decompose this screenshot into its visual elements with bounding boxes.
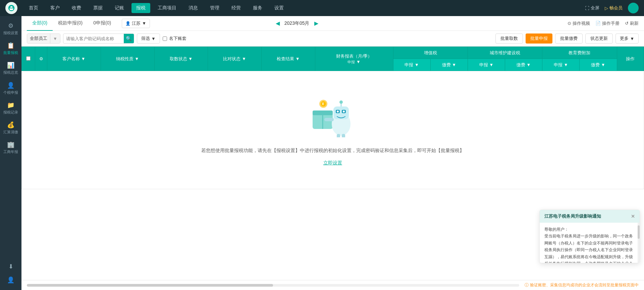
nav-tax[interactable]: 报税 bbox=[131, 3, 150, 13]
subordinate-accounts-label: 名下账套 bbox=[169, 35, 186, 42]
sidebar-label-tax-record: 报税记录 bbox=[3, 110, 18, 115]
sidebar-item-annual-report[interactable]: 🏢 工商年报 bbox=[0, 138, 21, 157]
table-subheader-edu-report: 申报 ▼ bbox=[542, 59, 580, 71]
fullscreen-button[interactable]: ⛶ 全屏 bbox=[585, 5, 599, 11]
sidebar-item-personal-tax[interactable]: 👤 个税申报 bbox=[0, 78, 21, 98]
prev-month-button[interactable]: ◀ bbox=[274, 19, 282, 27]
nav-bookkeeping[interactable]: 记账 bbox=[110, 3, 129, 13]
employee-selector[interactable]: 全部员工 ▼ bbox=[27, 33, 60, 44]
sidebar-label-batch-tax: 批量报税 bbox=[3, 51, 18, 55]
sidebar-bottom: ⬇ 👤 bbox=[5, 261, 17, 290]
batch-pay-button[interactable]: 批量缴费 bbox=[555, 33, 583, 44]
more-icon: ▼ bbox=[630, 36, 634, 41]
filter-button[interactable]: 筛选 ▼ bbox=[137, 33, 160, 44]
nav-message[interactable]: 消息 bbox=[184, 3, 203, 13]
nav-operations[interactable]: 经营 bbox=[227, 3, 246, 13]
table-header-tax-nature: 纳税性质 ▼ bbox=[101, 47, 154, 71]
batch-fetch-label: 批量取数 bbox=[500, 35, 518, 42]
tab-zero-report[interactable]: 0申报(0) bbox=[88, 16, 116, 31]
refresh-icon: ↺ bbox=[625, 21, 629, 26]
empty-state: ¥ bbox=[24, 74, 641, 186]
region-selector[interactable]: 👤 江苏 ▼ bbox=[122, 19, 150, 28]
notification-scrollbar[interactable] bbox=[638, 223, 640, 263]
member-icon: ▷ bbox=[605, 6, 608, 11]
sidebar-item-tax-settings[interactable]: ⚙ 报税设置 bbox=[0, 19, 21, 39]
sidebar-item-tax-record[interactable]: 📁 报税记录 bbox=[0, 98, 21, 118]
sidebar: ⚙ 报税设置 📋 批量报税 📊 报税总览 👤 个税申报 📁 报税记录 💰 汇算清… bbox=[0, 16, 21, 290]
nav-service[interactable]: 服务 bbox=[248, 3, 267, 13]
refresh-button[interactable]: ↺ 刷新 bbox=[625, 20, 639, 26]
filter-label: 筛选 bbox=[141, 35, 150, 42]
empty-state-cell: ¥ bbox=[22, 71, 644, 189]
manual-label: 操作手册 bbox=[602, 20, 620, 26]
robot-illustration: ¥ bbox=[309, 94, 356, 138]
subordinate-accounts-checkbox[interactable]: 名下账套 bbox=[163, 35, 186, 42]
sidebar-item-batch-tax[interactable]: 📋 批量报税 bbox=[0, 39, 21, 58]
user-avatar[interactable] bbox=[628, 3, 639, 13]
setup-link[interactable]: 立即设置 bbox=[323, 160, 342, 166]
operation-manual-button[interactable]: 📄 操作手册 bbox=[595, 20, 620, 26]
notification-close-button[interactable]: ✕ bbox=[631, 214, 635, 219]
download-button[interactable]: ⬇ bbox=[5, 261, 17, 273]
employee-label: 全部员工 bbox=[27, 34, 50, 43]
subordinate-checkbox-input[interactable] bbox=[163, 37, 167, 41]
nav-business[interactable]: 工商项目 bbox=[153, 3, 181, 13]
bottom-bar: ⓘ 验证账密、采集信息均成功的企业才会流转至批量报税页面中 bbox=[21, 280, 644, 290]
sidebar-item-settlement[interactable]: 💰 汇算清缴 bbox=[0, 118, 21, 138]
status-update-label: 状态更新 bbox=[590, 35, 608, 42]
next-month-button[interactable]: ▶ bbox=[312, 19, 320, 27]
video-icon: ⊙ bbox=[568, 21, 571, 26]
fullscreen-label: 全屏 bbox=[591, 5, 599, 11]
table-header-vat-group: 增值税 bbox=[393, 47, 468, 59]
batch-pay-label: 批量缴费 bbox=[560, 35, 578, 42]
table-subheader-edu-pay: 缴费 ▼ bbox=[580, 59, 617, 71]
svg-rect-16 bbox=[342, 134, 345, 137]
nav-home[interactable]: 首页 bbox=[24, 3, 43, 13]
notification-header: 江苏电子税务局升级影响通知 ✕ bbox=[540, 210, 640, 223]
tab-tax-report[interactable]: 税款申报(0) bbox=[53, 16, 88, 31]
app-logo[interactable] bbox=[5, 2, 17, 14]
select-all-checkbox[interactable] bbox=[26, 56, 31, 61]
nav-billing[interactable]: 收费 bbox=[67, 3, 86, 13]
sidebar-item-tax-overview[interactable]: 📊 报税总览 bbox=[0, 58, 21, 78]
notification-scrollbar-thumb bbox=[638, 225, 640, 239]
notification-body: 尊敬的用户： 受当前电子税务局进一步升级的影响，同一个政务网账号（办税人）名下的… bbox=[540, 223, 640, 263]
annual-report-icon: 🏢 bbox=[7, 141, 14, 148]
region-label: 江苏 bbox=[132, 20, 141, 26]
warning-text: ⓘ 验证账密、采集信息均成功的企业才会流转至批量报税页面中 bbox=[525, 282, 639, 288]
svg-rect-14 bbox=[324, 118, 334, 121]
search-button[interactable]: 🔍 bbox=[124, 33, 134, 44]
svg-text:¥: ¥ bbox=[322, 102, 324, 106]
nav-invoice[interactable]: 票据 bbox=[89, 3, 107, 13]
member-button[interactable]: ▷ 畅会员 bbox=[605, 5, 623, 11]
region-dropdown-icon: ▼ bbox=[142, 21, 146, 26]
table-header-financial-report: 财务报表（月/季） 申报 ▼ bbox=[315, 47, 393, 71]
svg-point-11 bbox=[343, 111, 345, 113]
more-button[interactable]: 更多 ▼ bbox=[615, 33, 639, 44]
sidebar-label-settlement: 汇算清缴 bbox=[3, 130, 18, 134]
user-profile-button[interactable]: 👤 bbox=[5, 274, 17, 286]
tax-record-icon: 📁 bbox=[7, 101, 14, 109]
scrollbar-thumb bbox=[27, 284, 273, 287]
nav-management[interactable]: 管理 bbox=[205, 3, 224, 13]
warning-icon: ⓘ bbox=[525, 282, 529, 288]
tax-overview-icon: 📊 bbox=[7, 62, 14, 69]
batch-tax-icon: 📋 bbox=[7, 42, 14, 49]
tab-all[interactable]: 全部(0) bbox=[27, 16, 53, 31]
more-label: 更多 bbox=[620, 35, 629, 42]
table-subheader-city-report: 申报 ▼ bbox=[468, 59, 505, 71]
operation-video-button[interactable]: ⊙ 操作视频 bbox=[568, 20, 590, 26]
horizontal-scrollbar[interactable] bbox=[27, 284, 519, 287]
status-update-button[interactable]: 状态更新 bbox=[585, 33, 613, 44]
search-input[interactable] bbox=[63, 36, 124, 41]
table-header-compare-status: 比对状态 ▼ bbox=[208, 47, 262, 71]
batch-fetch-button[interactable]: 批量取数 bbox=[495, 33, 523, 44]
nav-items: 首页 客户 收费 票据 记账 报税 工商项目 消息 管理 经营 服务 设置 bbox=[24, 3, 585, 13]
top-navigation: 首页 客户 收费 票据 记账 报税 工商项目 消息 管理 经营 服务 设置 ⛶ … bbox=[0, 0, 644, 16]
employee-dropdown-icon[interactable]: ▼ bbox=[50, 34, 60, 43]
batch-report-button[interactable]: 批量申报 bbox=[526, 33, 552, 44]
nav-settings[interactable]: 设置 bbox=[270, 3, 288, 13]
nav-client[interactable]: 客户 bbox=[46, 3, 64, 13]
manual-icon: 📄 bbox=[595, 21, 601, 26]
table-header-check-result: 检查结果 ▼ bbox=[262, 47, 315, 71]
